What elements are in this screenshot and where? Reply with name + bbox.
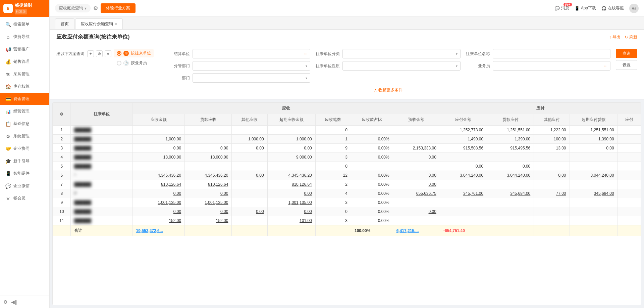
cell-prepay-balance[interactable]: 655,636.75 xyxy=(393,189,440,198)
breadcrumb[interactable]: 应收账款查询 ▾ xyxy=(55,4,91,12)
sidebar-item-sales[interactable]: 💰 销售管理 xyxy=(0,55,49,68)
cell-ap-amount[interactable]: 3,044,240.00 xyxy=(440,171,487,180)
tab-close-icon[interactable]: × xyxy=(115,22,117,26)
tab-query[interactable]: 应收应付余额查询 × xyxy=(75,18,123,29)
sidebar-item-wechat[interactable]: 💬 企业微信 xyxy=(0,180,49,192)
solution-button[interactable]: 体验行业方案 xyxy=(101,3,136,13)
cell-ap-amount[interactable]: 1,252,773.00 xyxy=(440,126,487,135)
sidebar-item-fund[interactable]: 💳 资金管理 xyxy=(0,93,49,105)
sidebar-item-hardware[interactable]: 📱 智能硬件 xyxy=(0,167,49,180)
cell-other-ar[interactable]: 1,000.00 xyxy=(232,135,267,144)
cell-ar-amount[interactable]: 0.00 xyxy=(132,144,185,153)
cell-ar-amount[interactable]: 1,001,135.00 xyxy=(132,198,185,207)
input-partner-category[interactable]: ▾ xyxy=(342,49,460,58)
sidebar-item-member[interactable]: V 畅会员 xyxy=(0,192,49,205)
cell-other-ap[interactable]: 1,222.00 xyxy=(534,126,570,135)
cell-loan-ar[interactable]: 4,345,436.20 xyxy=(185,171,232,180)
cell-prepay-balance[interactable]: 0.00 xyxy=(393,180,440,189)
back-method-button[interactable]: « xyxy=(105,50,111,57)
online-service-button[interactable]: 🎧 在线客服 xyxy=(601,5,624,11)
cell-overdue-ar[interactable]: 4,345,436.20 xyxy=(267,171,315,180)
cell-other-ar[interactable]: 0.00 xyxy=(232,171,267,180)
cell-loan-ap[interactable]: 345,684.00 xyxy=(487,189,534,198)
cell-loan-ar[interactable]: 18,000.00 xyxy=(185,153,232,162)
sidebar-item-system[interactable]: ⚙ 系统管理 xyxy=(0,130,49,142)
cell-loan-ap[interactable]: 0.00 xyxy=(487,162,534,171)
input-partner-nature[interactable]: ▾ xyxy=(342,61,460,71)
cell-ap-amount[interactable]: 915,508.56 xyxy=(440,144,487,153)
cell-other-ap[interactable]: 0.00 xyxy=(534,171,570,180)
footer-prepay-balance[interactable]: 6,417,215.... xyxy=(393,225,440,236)
cell-overdue-ar[interactable]: 0.00 xyxy=(267,189,315,198)
cell-prepay-balance[interactable]: 0.00 xyxy=(393,207,440,216)
cell-overdue-ar[interactable]: 9,000.00 xyxy=(267,153,315,162)
cell-overdue-ar[interactable]: 1,000.00 xyxy=(267,135,315,144)
cell-ap-amount[interactable]: 0.00 xyxy=(440,162,487,171)
cell-loan-ap[interactable]: 915,495.56 xyxy=(487,144,534,153)
cell-other-ap[interactable]: 77.00 xyxy=(534,189,570,198)
target-method-button[interactable]: ⊕ xyxy=(96,50,103,57)
cell-prepay-balance[interactable]: 0.00 xyxy=(393,153,440,162)
cell-ar-amount[interactable]: 4,345,436.20 xyxy=(132,171,185,180)
cell-ar-amount[interactable]: 152.00 xyxy=(132,216,185,225)
user-avatar[interactable]: Rit xyxy=(629,4,639,13)
cell-prepay-balance[interactable]: 0.00 xyxy=(393,171,440,180)
cell-other-ap[interactable]: 100.00 xyxy=(534,135,570,144)
query-button[interactable]: 查询 xyxy=(616,49,637,58)
message-button[interactable]: 💬 消息 99+ xyxy=(555,5,569,11)
cell-loan-ar[interactable]: 152.00 xyxy=(185,216,232,225)
input-dept-manager[interactable]: ▾ xyxy=(193,61,310,71)
input-salesman[interactable]: ··· xyxy=(493,61,610,71)
col-header-settings[interactable]: ⚙ xyxy=(53,103,71,126)
sidebar-item-corp[interactable]: 🤝 企业协同 xyxy=(0,142,49,155)
sidebar-collapse-button[interactable]: ◀‖ xyxy=(11,299,17,305)
input-partner-name[interactable] xyxy=(493,49,610,58)
cell-overdue-ap[interactable]: 345,684.00 xyxy=(570,189,618,198)
sidebar-item-purchase[interactable]: 🛍 采购管理 xyxy=(0,68,49,80)
cell-loan-ap[interactable]: 3,044,240.00 xyxy=(487,171,534,180)
cell-loan-ap[interactable]: 1,390.00 xyxy=(487,135,534,144)
cell-ap-amount[interactable]: 345,761.00 xyxy=(440,189,487,198)
add-method-button[interactable]: + xyxy=(87,50,94,57)
setting-button[interactable]: 设置 xyxy=(616,60,637,70)
cell-other-ap[interactable]: 13.00 xyxy=(534,144,570,153)
cell-overdue-ap[interactable]: 0.00 xyxy=(570,144,618,153)
sidebar-item-marketing[interactable]: 📢 营销推广 xyxy=(0,43,49,55)
sidebar-item-basic[interactable]: 📋 基础信息 xyxy=(0,118,49,130)
cell-ap-amount[interactable]: 1,490.00 xyxy=(440,135,487,144)
sidebar-item-search[interactable]: 🔍 搜索菜单 xyxy=(0,18,49,31)
cell-overdue-ar[interactable]: 0.00 xyxy=(267,207,315,216)
cell-overdue-ar[interactable]: 0.00 xyxy=(267,144,315,153)
cell-other-ar[interactable]: 0.00 xyxy=(232,144,267,153)
sidebar-item-guide[interactable]: 🎓 新手引导 xyxy=(0,155,49,167)
export-button[interactable]: ↑ 导出 xyxy=(609,34,621,40)
sidebar-item-operation[interactable]: 📊 经营管理 xyxy=(0,105,49,118)
cell-overdue-ar[interactable]: 1,001,135.00 xyxy=(267,198,315,207)
cell-overdue-ar[interactable]: 101.00 xyxy=(267,216,315,225)
cell-other-ar[interactable]: 0.00 xyxy=(232,207,267,216)
cell-overdue-ap[interactable]: 1,251,551.00 xyxy=(570,126,618,135)
cell-loan-ap[interactable]: 1,251,551.00 xyxy=(487,126,534,135)
table-settings-icon[interactable]: ⚙ xyxy=(60,112,63,117)
sidebar-settings-button[interactable]: ⚙ xyxy=(3,299,8,305)
tab-home[interactable]: 首页 xyxy=(55,18,74,29)
cell-loan-ar[interactable]: 0.00 xyxy=(185,207,232,216)
footer-ar-amount[interactable]: 19,553,472,6... xyxy=(132,225,185,236)
cell-loan-ar[interactable]: 0.00 xyxy=(185,189,232,198)
query-method-salesman[interactable]: 🕐 按业务员 xyxy=(114,59,154,67)
topbar-gear-icon[interactable]: ⚙ xyxy=(93,5,98,11)
cell-loan-ar[interactable]: 0.00 xyxy=(185,144,232,153)
cell-overdue-ar[interactable]: 810,126.64 xyxy=(267,180,315,189)
cell-prepay-balance[interactable]: 2,153,333.00 xyxy=(393,144,440,153)
cell-ar-amount[interactable]: 0.00 xyxy=(132,189,185,198)
cell-loan-ar[interactable]: 810,126.64 xyxy=(185,180,232,189)
cell-ar-amount[interactable]: 1,000.00 xyxy=(132,135,185,144)
cell-ar-amount[interactable]: 810,126.64 xyxy=(132,180,185,189)
query-method-partner[interactable]: ㊗ 按往来单位 xyxy=(114,49,154,57)
sidebar-item-warehouse[interactable]: 🏠 库存核算 xyxy=(0,80,49,93)
input-settlement-unit[interactable]: ··· xyxy=(193,49,310,58)
cell-loan-ar[interactable]: 1,001,135.00 xyxy=(185,198,232,207)
collapse-more-button[interactable]: ∧ 收起更多条件 xyxy=(166,85,610,95)
refresh-button[interactable]: ↻ 刷新 xyxy=(625,34,637,40)
cell-overdue-ap[interactable]: 1,390.00 xyxy=(570,135,618,144)
